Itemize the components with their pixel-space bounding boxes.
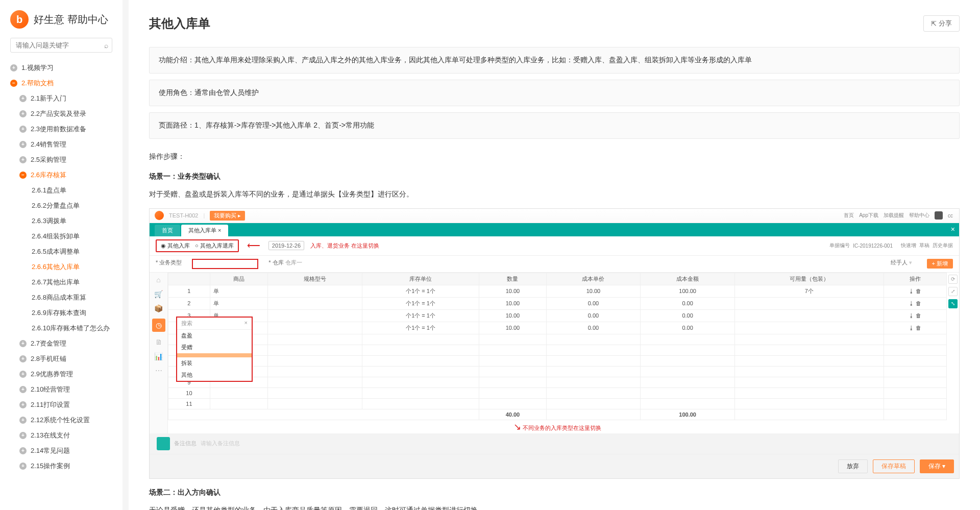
tree-item[interactable]: 2.6.9库存账本查询 [0, 305, 122, 321]
ss-ico-home-icon[interactable]: ⌂ [156, 276, 160, 284]
share-button[interactable]: ⇱ 分享 [923, 15, 960, 32]
expand-icon[interactable]: + [19, 340, 27, 347]
tree-item[interactable]: +2.13在线支付 [0, 428, 122, 443]
ss-draft-button[interactable]: 保存草稿 [873, 459, 915, 473]
expand-icon[interactable]: + [19, 156, 27, 163]
ss-tab-close-icon[interactable]: × [951, 225, 955, 233]
expand-icon[interactable]: + [19, 126, 27, 133]
table-row[interactable]: 5 [168, 334, 947, 345]
ss-link-app[interactable]: App下载 [859, 212, 878, 219]
expand-icon[interactable]: + [19, 432, 27, 439]
ss-cancel-button[interactable]: 放弃 [838, 459, 868, 473]
tree-item[interactable]: +2.9优惠券管理 [0, 367, 122, 382]
ss-ico-clock-icon[interactable]: ◷ [152, 319, 165, 332]
tree-item[interactable]: +2.12系统个性化设置 [0, 412, 122, 428]
table-row[interactable]: 6 [168, 345, 947, 355]
ss-tool-history[interactable]: 历史单据 [933, 242, 953, 249]
tree-item[interactable]: +2.8手机旺铺 [0, 351, 122, 367]
search-input[interactable] [10, 38, 112, 53]
ss-dropdown-close-icon[interactable]: × [244, 320, 248, 327]
ss-ico-cart-icon[interactable]: 🛒 [154, 290, 163, 298]
ss-experience-btn[interactable]: 我要购买 ▸ [210, 211, 245, 221]
collapse-icon[interactable]: − [10, 80, 17, 87]
ss-link-reminder[interactable]: 加载提醒 [884, 212, 904, 219]
ss-ico-doc-icon[interactable]: 🗎 [155, 338, 162, 346]
ss-dd-opt-2[interactable] [177, 353, 252, 357]
table-row[interactable]: 4单个1个 = 1个10.000.000.00⭳ 🗑 [168, 322, 947, 334]
table-row[interactable]: 8 [168, 366, 947, 377]
tree-item[interactable]: +2.5采购管理 [0, 152, 122, 167]
tree-item[interactable]: 2.6.6其他入库单 [0, 259, 122, 275]
tree-item[interactable]: +2.15操作案例 [0, 458, 122, 474]
ss-memo-label: 备注信息 [174, 440, 197, 447]
expand-icon[interactable]: + [19, 95, 27, 102]
tree-item-label: 2.6.9库存账本查询 [32, 308, 86, 318]
expand-icon[interactable]: + [19, 141, 27, 148]
ss-tab-home[interactable]: 首页 [155, 225, 180, 236]
ss-radio-in[interactable]: ◉ 其他入库 [161, 242, 190, 250]
ss-dd-opt-1[interactable]: 受赠 [177, 342, 252, 353]
ss-biztype-select[interactable] [192, 259, 258, 269]
expand-icon[interactable]: + [19, 401, 27, 408]
ss-tab-current[interactable]: 其他入库单 × [181, 225, 228, 236]
ss-radio-group[interactable]: ◉ 其他入库 ○ 其他入库退库 [156, 239, 239, 252]
table-row[interactable]: 1单个1个 = 1个10.0010.00100.007个⭳ 🗑 [168, 285, 947, 297]
expand-icon[interactable]: + [19, 447, 27, 454]
ss-date-input[interactable]: 2019-12-26 [268, 241, 304, 250]
tree-item[interactable]: 2.6.4组装拆卸单 [0, 229, 122, 244]
tree-item[interactable]: +2.7资金管理 [0, 336, 122, 351]
tree-item[interactable]: −2.6库存核算 [0, 167, 122, 183]
ss-tool-draft[interactable]: 草稿 [919, 242, 929, 249]
tree-item[interactable]: +1.视频学习 [0, 60, 122, 76]
expand-icon[interactable]: + [19, 386, 27, 393]
table-row[interactable]: 11 [168, 398, 947, 409]
tree-item[interactable]: +2.10经营管理 [0, 382, 122, 397]
tree-item[interactable]: 2.6.3调拨单 [0, 213, 122, 229]
expand-icon[interactable]: + [19, 417, 27, 424]
table-row[interactable]: 10 [168, 387, 947, 398]
ss-link-home[interactable]: 首页 [844, 212, 854, 219]
ss-ico-chart-icon[interactable]: 📊 [154, 352, 163, 360]
tree-item[interactable]: 2.6.10库存账本错了怎么办 [0, 321, 122, 336]
ss-radio-return[interactable]: ○ 其他入库退库 [195, 242, 234, 250]
ss-tool-quick[interactable]: 快速增 [901, 242, 916, 249]
tree-item-label: 2.6.8商品成本重算 [32, 293, 86, 302]
ss-ricon-2-icon[interactable]: ⤢ [948, 287, 958, 296]
expand-icon[interactable]: + [19, 355, 27, 362]
table-row[interactable]: 2单个1个 = 1个10.000.000.00⭳ 🗑 [168, 297, 947, 309]
tree-item[interactable]: +2.1新手入门 [0, 91, 122, 106]
ss-save-button[interactable]: 保存 ▾ [920, 459, 954, 473]
tree-item[interactable]: +2.2产品安装及登录 [0, 106, 122, 122]
tree-item[interactable]: 2.6.7其他出库单 [0, 275, 122, 290]
ss-link-help[interactable]: 帮助中心 [909, 212, 929, 219]
tree-item[interactable]: +2.3使用前数据准备 [0, 122, 122, 137]
expand-icon[interactable]: + [19, 463, 27, 470]
expand-icon[interactable]: + [19, 110, 27, 117]
ss-avatar-icon[interactable] [935, 211, 943, 220]
ss-dropdown[interactable]: 搜索× 盘盈 受赠 拆装 其他 [176, 317, 253, 382]
tree-item[interactable]: 2.6.5成本调整单 [0, 244, 122, 259]
ss-ricon-3-icon[interactable]: ⤡ [948, 299, 958, 308]
table-row[interactable]: 7 [168, 355, 947, 366]
tree-item[interactable]: 2.6.2分量盘点单 [0, 198, 122, 213]
ss-dd-opt-3[interactable]: 拆装 [177, 357, 252, 369]
tree-item[interactable]: 2.6.8商品成本重算 [0, 290, 122, 305]
ss-ricon-1-icon[interactable]: ⟳ [948, 275, 958, 284]
ss-ico-more-icon[interactable]: ⋯ [155, 367, 162, 375]
ss-create-button[interactable]: + 新增 [927, 259, 953, 269]
tree-item[interactable]: +2.14常见问题 [0, 443, 122, 458]
expand-icon[interactable]: + [19, 371, 27, 378]
ss-th: 成本单价 [546, 273, 641, 285]
tree-item[interactable]: +2.11打印设置 [0, 397, 122, 412]
tree-item[interactable]: −2.帮助文档 [0, 76, 122, 91]
tree-item[interactable]: +2.4销售管理 [0, 137, 122, 152]
ss-dd-opt-4[interactable]: 其他 [177, 369, 252, 381]
search-icon[interactable]: ⌕ [104, 41, 108, 50]
tree-item[interactable]: 2.6.1盘点单 [0, 183, 122, 198]
ss-dd-opt-0[interactable]: 盘盈 [177, 330, 252, 342]
collapse-icon[interactable]: − [19, 172, 27, 179]
table-row[interactable]: 9 [168, 377, 947, 387]
table-row[interactable]: 3单个1个 = 1个10.000.000.00⭳ 🗑 [168, 309, 947, 322]
expand-icon[interactable]: + [10, 64, 17, 71]
ss-ico-box-icon[interactable]: 📦 [154, 304, 163, 312]
